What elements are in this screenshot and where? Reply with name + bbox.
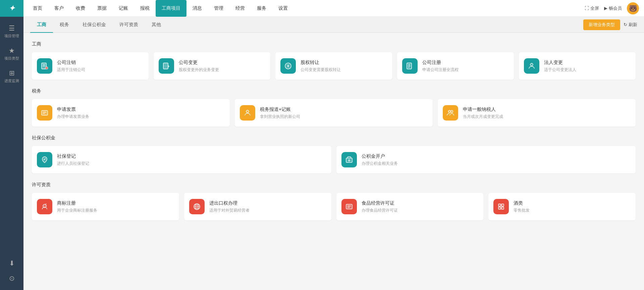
nav-item-设置[interactable]: 设置	[272, 0, 294, 17]
nav-item-票据[interactable]: 票据	[91, 0, 113, 17]
service-card-公司注册[interactable]: 公司注册 申请公司注册全流程	[397, 52, 514, 80]
card-title: 商标注册	[57, 200, 97, 206]
sidebar-item-2[interactable]: ⊞进度监测	[0, 65, 23, 87]
card-icon-商标注册	[37, 199, 52, 214]
nav-item-报税[interactable]: 报税	[134, 0, 156, 17]
service-card-进出口权办理[interactable]: 进出口权办理 适用于对外贸易经营者	[184, 193, 331, 220]
nav-item-客户[interactable]: 客户	[48, 0, 70, 17]
vip-label: 畅会员	[609, 5, 622, 11]
card-icon-社保登记	[37, 152, 52, 167]
sidebar-label-0: 项目管理	[4, 33, 19, 39]
nav-item-记账[interactable]: 记账	[113, 0, 134, 17]
nav-right: ⛶ 全屏 ▶ 畅会员 🐻	[585, 2, 644, 14]
service-card-酒类[interactable]: 酒类 零售批发	[488, 193, 636, 220]
card-title: 公司注销	[57, 60, 85, 66]
card-desc: 拿到营业执照的新公司	[260, 114, 300, 120]
sidebar-item-0[interactable]: ☰项目管理	[0, 20, 23, 43]
nav-item-管理[interactable]: 管理	[208, 0, 229, 17]
service-card-公司注销[interactable]: 公司注销 适用于注销公司	[32, 52, 149, 80]
card-desc: 当月或次月成变更完成	[463, 114, 503, 120]
svg-rect-30	[346, 204, 352, 209]
sidebar-icon-2: ⊞	[9, 69, 15, 77]
nav-item-消息[interactable]: 消息	[186, 0, 208, 17]
nav-item-首页[interactable]: 首页	[27, 0, 48, 17]
card-desc: 用于企业商标注册服务	[57, 208, 97, 213]
tab-税务[interactable]: 税务	[53, 17, 76, 33]
service-card-公积金开户[interactable]: 公积金开户 办理公积金相关业务	[336, 146, 636, 173]
tab-其他[interactable]: 其他	[145, 17, 168, 33]
section-title-xuke: 许可资质	[32, 182, 636, 188]
card-text-进出口权办理: 进出口权办理 适用于对外贸易经营者	[209, 200, 250, 213]
refresh-button[interactable]: ↻ 刷新	[624, 22, 637, 28]
sidebar-bottom-item-download[interactable]: ⬇	[6, 257, 17, 270]
content-scroll[interactable]: 工商 公司注销 适用于注销公司 公司变更 股权变更外的业务变更 ¥ 股权转让	[23, 33, 644, 290]
card-desc: 适用于对外贸易经营者	[209, 208, 250, 213]
tab-actions: 新增业务类型 ↻ 刷新	[583, 19, 637, 30]
svg-rect-6	[163, 63, 168, 69]
service-card-食品经营许可证[interactable]: 食品经营许可证 办理食品经营许可证	[336, 193, 484, 220]
card-title: 进出口权办理	[209, 200, 250, 206]
logo-icon: ✦	[9, 4, 15, 13]
service-card-税务报道+记账[interactable]: 税务报道+记账 拿到营业执照的新公司	[235, 99, 433, 127]
vip-button[interactable]: ▶ 畅会员	[604, 5, 622, 11]
card-grid-shebao: 社保登记 进行人员社保登记 公积金开户 办理公积金相关业务	[32, 146, 636, 173]
card-icon-公司变更	[159, 58, 174, 74]
refresh-label: 刷新	[629, 22, 637, 28]
fullscreen-button[interactable]: ⛶ 全屏	[585, 5, 599, 11]
card-text-商标注册: 商标注册 用于企业商标注册服务	[57, 200, 97, 213]
nav-item-经营[interactable]: 经营	[229, 0, 251, 17]
tab-许可资质[interactable]: 许可资质	[113, 17, 145, 33]
card-text-申请发票: 申请发票 办理申请发票业务	[57, 106, 89, 120]
card-title: 申请发票	[57, 106, 89, 113]
avatar[interactable]: 🐻	[627, 2, 639, 14]
tab-社保公积金[interactable]: 社保公积金	[76, 17, 113, 33]
sidebar-item-1[interactable]: ★项目类型	[0, 43, 23, 65]
card-icon-法人变更	[524, 58, 539, 74]
fullscreen-icon: ⛶	[585, 6, 589, 11]
card-desc: 零售批发	[514, 208, 530, 213]
section-title-shebao: 社保公积金	[32, 135, 636, 141]
service-card-申请发票[interactable]: 申请发票 办理申请发票业务	[32, 99, 230, 127]
nav-item-工商项目[interactable]: 工商项目	[156, 0, 186, 17]
card-icon-公司注销	[37, 58, 52, 74]
section-title-gongshang: 工商	[32, 41, 636, 47]
svg-rect-35	[498, 207, 501, 209]
card-icon-申请发票	[37, 105, 52, 121]
nav-item-收费[interactable]: 收费	[70, 0, 91, 17]
card-grid-shuiwu: 申请发票 办理申请发票业务 税务报道+记账 拿到营业执照的新公司 申请一般纳税人…	[32, 99, 636, 127]
service-card-公司变更[interactable]: 公司变更 股权变更外的业务变更	[154, 52, 270, 80]
svg-point-14	[530, 63, 533, 66]
service-card-法人变更[interactable]: 法人变更 适于公司变更法人	[519, 52, 636, 80]
service-card-商标注册[interactable]: 商标注册 用于企业商标注册服务	[32, 193, 179, 220]
card-text-公积金开户: 公积金开户 办理公积金相关业务	[362, 153, 398, 166]
nav-item-服务[interactable]: 服务	[251, 0, 272, 17]
card-text-股权转让: 股权转让 公司变更需要股权转让	[301, 60, 341, 73]
service-card-股权转让[interactable]: ¥ 股权转让 公司变更需要股权转让	[275, 52, 392, 80]
fullscreen-label: 全屏	[590, 5, 599, 11]
card-desc: 公司变更需要股权转让	[301, 67, 341, 73]
tab-工商[interactable]: 工商	[30, 17, 53, 33]
sidebar-label-1: 项目类型	[4, 56, 19, 61]
sidebar-icon-1: ★	[9, 47, 15, 55]
card-icon-公积金开户	[341, 152, 357, 167]
logo-area: ✦	[0, 0, 23, 17]
card-icon-股权转让: ¥	[280, 58, 296, 74]
card-desc: 适于公司变更法人	[544, 67, 576, 73]
svg-point-18	[246, 110, 249, 113]
card-icon-酒类	[493, 199, 509, 214]
content-area: 工商税务社保公积金许可资质其他 新增业务类型 ↻ 刷新 工商 公司注销 适用于注…	[23, 17, 644, 290]
svg-line-24	[46, 204, 46, 204]
sidebar-bottom: ⬇⊙	[6, 257, 17, 290]
card-title: 公司注册	[422, 60, 459, 66]
service-card-申请一般纳税人[interactable]: 申请一般纳税人 当月或次月成变更完成	[438, 99, 636, 127]
card-icon-公司注册	[402, 58, 418, 74]
card-text-社保登记: 社保登记 进行人员社保登记	[57, 153, 89, 166]
card-title: 公积金开户	[362, 153, 398, 159]
card-grid-gongshang: 公司注销 适用于注销公司 公司变更 股权变更外的业务变更 ¥ 股权转让 公司变更…	[32, 52, 636, 80]
svg-rect-21	[346, 158, 352, 162]
refresh-icon: ↻	[624, 22, 627, 27]
card-desc: 适用于注销公司	[57, 67, 85, 73]
add-type-button[interactable]: 新增业务类型	[583, 19, 620, 30]
service-card-社保登记[interactable]: 社保登记 进行人员社保登记	[32, 146, 331, 173]
sidebar-bottom-item-location[interactable]: ⊙	[6, 272, 17, 285]
